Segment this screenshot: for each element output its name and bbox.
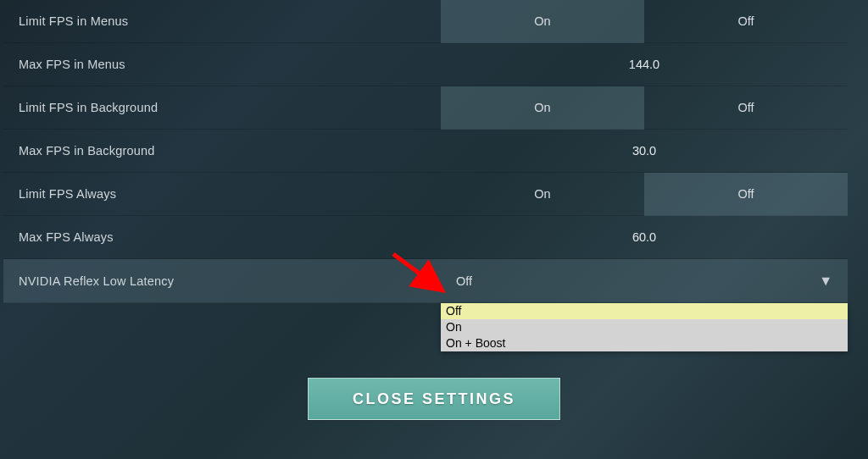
setting-label: Limit FPS in Menus bbox=[3, 14, 441, 28]
dropdown-select[interactable]: Off▼OffOnOn + Boost bbox=[441, 259, 848, 302]
dropdown-value: Off bbox=[456, 274, 819, 288]
setting-label: NVIDIA Reflex Low Latency bbox=[3, 274, 441, 288]
toggle-option-off[interactable]: Off bbox=[644, 86, 848, 130]
dropdown-list: OffOnOn + Boost bbox=[441, 303, 848, 351]
setting-value[interactable]: 60.0 bbox=[441, 230, 848, 244]
setting-label: Max FPS Always bbox=[3, 230, 441, 244]
setting-row: Max FPS Always60.0 bbox=[3, 216, 848, 259]
toggle-option-on[interactable]: On bbox=[441, 0, 644, 43]
setting-row: Limit FPS AlwaysOnOff bbox=[3, 173, 848, 216]
setting-row: Max FPS in Menus144.0 bbox=[3, 43, 848, 86]
close-settings-button[interactable]: CLOSE SETTINGS bbox=[308, 378, 560, 420]
setting-label: Max FPS in Background bbox=[3, 144, 441, 158]
setting-label: Limit FPS in Background bbox=[3, 101, 441, 114]
setting-label: Limit FPS Always bbox=[3, 187, 441, 201]
dropdown-option[interactable]: On bbox=[441, 319, 848, 335]
setting-value[interactable]: 30.0 bbox=[441, 144, 848, 158]
toggle-option-on[interactable]: On bbox=[441, 173, 644, 216]
toggle-option-on[interactable]: On bbox=[441, 86, 644, 130]
toggle-option-off[interactable]: Off bbox=[644, 173, 848, 216]
dropdown-option[interactable]: Off bbox=[441, 303, 848, 319]
setting-row: Limit FPS in BackgroundOnOff bbox=[3, 86, 848, 130]
dropdown-option[interactable]: On + Boost bbox=[441, 335, 848, 351]
setting-label: Max FPS in Menus bbox=[3, 58, 441, 71]
setting-row: Max FPS in Background30.0 bbox=[3, 130, 848, 173]
setting-value[interactable]: 144.0 bbox=[441, 58, 848, 71]
toggle-option-off[interactable]: Off bbox=[644, 0, 848, 43]
setting-row: NVIDIA Reflex Low LatencyOff▼OffOnOn + B… bbox=[3, 259, 848, 303]
setting-row: Limit FPS in MenusOnOff bbox=[3, 0, 848, 43]
chevron-down-icon: ▼ bbox=[819, 274, 832, 289]
